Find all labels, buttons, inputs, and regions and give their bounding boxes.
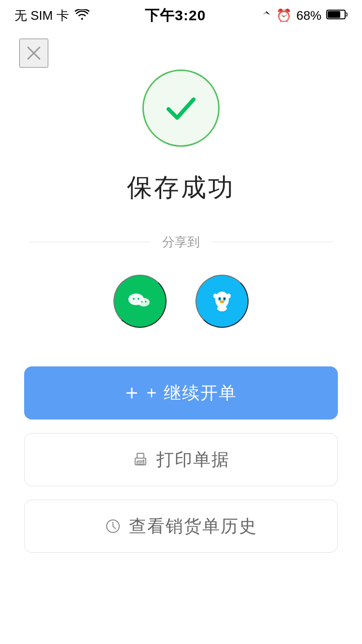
status-left: 无 SIM 卡 (14, 7, 89, 24)
status-right: ⏰ 68% (262, 8, 348, 23)
print-receipt-label: 打印单据 (156, 448, 230, 472)
svg-point-8 (141, 301, 143, 303)
close-button[interactable] (19, 39, 48, 68)
print-receipt-button[interactable]: 打印单据 (24, 433, 338, 486)
svg-point-11 (217, 306, 227, 311)
svg-point-17 (213, 294, 217, 298)
wifi-icon (75, 8, 89, 23)
printer-icon (132, 451, 149, 468)
share-qq-button[interactable] (195, 275, 249, 328)
svg-point-10 (215, 292, 229, 308)
svg-point-16 (220, 300, 224, 303)
svg-point-26 (143, 460, 145, 461)
action-buttons: + 继续开单 打印单据 (0, 366, 362, 553)
success-title: 保存成功 (127, 171, 235, 205)
status-bar: 无 SIM 卡 下午3:20 ⏰ 68% (0, 0, 362, 31)
svg-point-7 (138, 298, 139, 300)
share-label: 分享到 (151, 234, 211, 251)
divider-line-left (29, 242, 151, 242)
sim-label: 无 SIM 卡 (14, 7, 69, 24)
share-wechat-button[interactable] (113, 275, 167, 328)
status-time: 下午3:20 (145, 6, 206, 26)
main-content: 保存成功 分享到 (0, 31, 362, 553)
svg-rect-1 (328, 11, 340, 18)
share-icons-container (113, 275, 249, 328)
battery-icon (326, 8, 348, 23)
divider-line-right (211, 242, 333, 242)
alarm-icon: ⏰ (276, 8, 292, 23)
continue-order-label: + 继续开单 (146, 381, 237, 405)
location-icon (262, 8, 271, 23)
view-history-label: 查看销货单历史 (129, 515, 257, 538)
plus-icon (125, 386, 139, 400)
success-icon-circle (142, 70, 220, 147)
history-icon (105, 518, 121, 534)
svg-rect-23 (137, 461, 144, 465)
svg-point-15 (224, 298, 225, 300)
svg-point-14 (219, 298, 221, 300)
continue-order-button[interactable]: + 继续开单 (24, 366, 338, 420)
svg-point-18 (227, 294, 231, 298)
share-divider: 分享到 (0, 234, 362, 251)
svg-point-5 (138, 298, 150, 307)
view-history-button[interactable]: 查看销货单历史 (24, 500, 338, 553)
battery-label: 68% (296, 8, 321, 23)
svg-point-9 (145, 301, 147, 303)
svg-point-6 (133, 298, 135, 300)
svg-rect-22 (137, 453, 144, 458)
